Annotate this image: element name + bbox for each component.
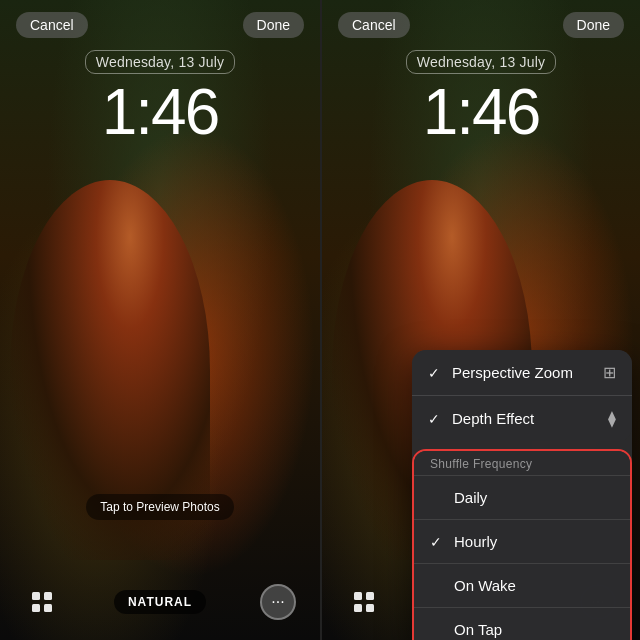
done-button[interactable]: Done	[243, 12, 304, 38]
perspective-zoom-item[interactable]: ✓ Perspective Zoom ⊞	[412, 350, 632, 396]
date-label: Wednesday, 13 July	[96, 54, 224, 70]
left-phone-panel: Cancel Done Wednesday, 13 July 1:46 Tap …	[0, 0, 320, 640]
on-wake-item[interactable]: On Wake	[414, 563, 630, 607]
date-pill: Wednesday, 13 July	[85, 50, 235, 74]
cancel-button[interactable]: Cancel	[16, 12, 88, 38]
depth-effect-label: Depth Effect	[452, 410, 534, 427]
top-bar: Cancel Done	[0, 0, 320, 50]
perspective-zoom-check: ✓	[428, 365, 444, 381]
perspective-zoom-label: Perspective Zoom	[452, 364, 573, 381]
grid-icon[interactable]	[24, 584, 60, 620]
svg-rect-6	[354, 604, 362, 612]
date-time-area: Wednesday, 13 July 1:46	[0, 50, 320, 144]
right-phone-panel: Cancel Done Wednesday, 13 July 1:46 ✓ Pe…	[322, 0, 640, 640]
right-date-label: Wednesday, 13 July	[417, 54, 545, 70]
svg-rect-5	[366, 592, 374, 600]
depth-effect-check: ✓	[428, 411, 444, 427]
svg-rect-7	[366, 604, 374, 612]
time-label: 1:46	[0, 80, 320, 144]
right-date-pill: Wednesday, 13 July	[406, 50, 556, 74]
svg-rect-2	[32, 604, 40, 612]
right-grid-icon[interactable]	[346, 584, 382, 620]
on-tap-check	[430, 622, 446, 638]
on-tap-label: On Tap	[454, 621, 502, 638]
right-time-label: 1:46	[322, 80, 640, 144]
right-date-time-area: Wednesday, 13 July 1:46	[322, 50, 640, 144]
shuffle-section: Shuffle Frequency Daily ✓ Hourly On Wake…	[412, 449, 632, 640]
daily-check	[430, 490, 446, 506]
daily-item[interactable]: Daily	[414, 475, 630, 519]
depth-icon: ⧫	[608, 409, 616, 428]
perspective-icon: ⊞	[603, 363, 616, 382]
bottom-bar: NATURAL ···	[0, 572, 320, 640]
depth-effect-item[interactable]: ✓ Depth Effect ⧫	[412, 396, 632, 441]
right-top-bar: Cancel Done	[322, 0, 640, 50]
hourly-label: Hourly	[454, 533, 497, 550]
svg-rect-1	[44, 592, 52, 600]
tap-preview-area: Tap to Preview Photos	[0, 494, 320, 520]
more-button[interactable]: ···	[260, 584, 296, 620]
on-wake-label: On Wake	[454, 577, 516, 594]
right-cancel-button[interactable]: Cancel	[338, 12, 410, 38]
natural-badge: NATURAL	[114, 590, 206, 614]
svg-rect-3	[44, 604, 52, 612]
svg-rect-4	[354, 592, 362, 600]
right-done-button[interactable]: Done	[563, 12, 624, 38]
on-tap-item[interactable]: On Tap	[414, 607, 630, 640]
tap-preview-text: Tap to Preview Photos	[86, 494, 233, 520]
svg-rect-0	[32, 592, 40, 600]
hourly-item[interactable]: ✓ Hourly	[414, 519, 630, 563]
on-wake-check	[430, 578, 446, 594]
daily-label: Daily	[454, 489, 487, 506]
upper-menu: ✓ Perspective Zoom ⊞ ✓ Depth Effect ⧫	[412, 350, 632, 441]
shuffle-header: Shuffle Frequency	[414, 451, 630, 475]
hourly-check: ✓	[430, 534, 446, 550]
context-menu: ✓ Perspective Zoom ⊞ ✓ Depth Effect ⧫ Sh…	[412, 350, 632, 640]
